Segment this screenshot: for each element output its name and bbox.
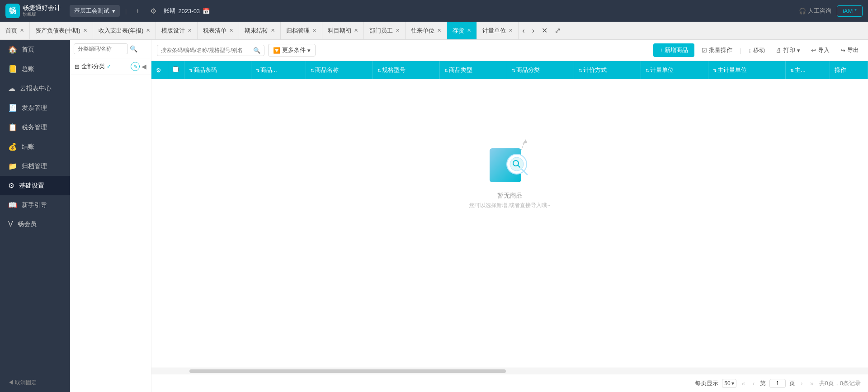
tab-unit[interactable]: 计量单位 ✕ bbox=[477, 22, 519, 40]
account-button[interactable]: iAM * bbox=[837, 5, 863, 17]
move-button[interactable]: ↕ 移动 bbox=[745, 44, 769, 56]
page-size-selector[interactable]: 50 ▾ bbox=[722, 379, 736, 388]
first-page-button[interactable]: « bbox=[740, 379, 747, 388]
import-button[interactable]: ↩ 导入 bbox=[807, 44, 833, 56]
export-button[interactable]: ↪ 导出 bbox=[837, 44, 863, 56]
search-icon[interactable]: 🔍 bbox=[253, 47, 260, 54]
tab-period-transfer[interactable]: 期末结转 ✕ bbox=[239, 22, 281, 40]
category-collapse-button[interactable]: ◀ bbox=[142, 63, 146, 70]
category-edit-button[interactable]: ✎ bbox=[131, 62, 140, 71]
close-tab-icon[interactable]: ✕ bbox=[467, 28, 471, 33]
sidebar-item-guide[interactable]: 📖 新手引导 bbox=[0, 195, 70, 215]
horizontal-scrollbar[interactable] bbox=[189, 369, 506, 373]
sidebar-item-tax[interactable]: 📋 税务管理 bbox=[0, 118, 70, 137]
all-category-label[interactable]: 全部分类 bbox=[81, 62, 105, 71]
tabs-next-btn[interactable]: › bbox=[528, 22, 538, 40]
close-tab-icon[interactable]: ✕ bbox=[312, 28, 316, 33]
th-col11[interactable]: ⇅主... bbox=[786, 61, 830, 79]
sidebar-label: 归档管理 bbox=[22, 162, 47, 170]
vip-icon: V bbox=[8, 220, 13, 228]
tab-label: 模版设计 bbox=[161, 27, 185, 35]
tabs-expand-btn[interactable]: ⤢ bbox=[551, 22, 564, 40]
tab-label: 往来单位 bbox=[411, 27, 434, 35]
close-tab-icon[interactable]: ✕ bbox=[271, 28, 275, 33]
th-type[interactable]: ⇅商品类型 bbox=[440, 61, 507, 79]
tab-income[interactable]: 收入支出表(年报) ✕ bbox=[93, 22, 156, 40]
close-tab-icon[interactable]: ✕ bbox=[83, 28, 87, 33]
sidebar-item-checkout[interactable]: 💰 结账 bbox=[0, 137, 70, 156]
filter-button[interactable]: 🔽 更多条件 ▾ bbox=[268, 44, 316, 57]
th-code[interactable]: ⇅商品... bbox=[251, 61, 306, 79]
th-spec[interactable]: ⇅规格型号 bbox=[373, 61, 440, 79]
next-page-button[interactable]: › bbox=[799, 379, 805, 388]
sidebar: 🏠 首页 📒 总账 ☁ 云报表中心 🧾 发票管理 📋 税务管理 💰 结账 📁 归… bbox=[0, 40, 70, 392]
tabs-bar: 首页 ✕ 资产负债表(中期) ✕ 收入支出表(年报) ✕ 模版设计 ✕ 税表清单… bbox=[0, 22, 868, 40]
empty-icon bbox=[483, 130, 537, 184]
dropdown-icon: ▾ bbox=[112, 8, 115, 14]
select-all-checkbox[interactable] bbox=[173, 66, 179, 72]
tab-label: 资产负债表(中期) bbox=[35, 27, 80, 35]
table-container: ⚙ ⇅商品条码 ⇅商品... ⇅商品名称 ⇅规格型号 ⇅商品类型 ⇅商品分类 ⇅… bbox=[151, 61, 868, 368]
th-main-unit[interactable]: ⇅主计量单位 bbox=[708, 61, 785, 79]
app-sub: 旗舰版 bbox=[23, 11, 61, 18]
th-barcode[interactable]: ⇅商品条码 bbox=[184, 61, 251, 79]
tabs-prev-btn[interactable]: ‹ bbox=[519, 22, 528, 40]
tab-archive[interactable]: 归档管理 ✕ bbox=[281, 22, 322, 40]
tab-template[interactable]: 模版设计 ✕ bbox=[156, 22, 198, 40]
sidebar-label: 总账 bbox=[22, 65, 34, 73]
tabs-close-all-btn[interactable]: ✕ bbox=[538, 22, 551, 40]
last-page-button[interactable]: » bbox=[808, 379, 816, 388]
th-settings[interactable]: ⚙ bbox=[151, 61, 168, 79]
tab-home[interactable]: 首页 ✕ bbox=[0, 22, 30, 40]
th-category[interactable]: ⇅商品分类 bbox=[507, 61, 574, 79]
page-number-input[interactable] bbox=[769, 379, 786, 388]
sidebar-item-basic-settings[interactable]: ⚙ 基础设置 bbox=[0, 176, 70, 195]
settings-icon[interactable]: ⚙ bbox=[148, 5, 158, 17]
tab-tax-list[interactable]: 税表清单 ✕ bbox=[198, 22, 239, 40]
calendar-icon[interactable]: 📅 bbox=[203, 8, 210, 14]
add-tab-icon[interactable]: ＋ bbox=[132, 5, 143, 18]
sidebar-item-ledger[interactable]: 📒 总账 bbox=[0, 59, 70, 79]
category-search-button[interactable]: 🔍 bbox=[130, 45, 137, 52]
tab-inventory[interactable]: 存货 ✕ bbox=[447, 22, 477, 40]
empty-state: 暂无商品 您可以选择新增,或者直接导入哦~ bbox=[151, 79, 868, 260]
close-tab-icon[interactable]: ✕ bbox=[437, 28, 441, 33]
product-search-input[interactable] bbox=[161, 47, 251, 53]
th-checkbox[interactable] bbox=[168, 61, 184, 79]
th-unit[interactable]: ⇅计量单位 bbox=[641, 61, 708, 79]
company-selector[interactable]: 基层工会测试 ▾ bbox=[70, 5, 120, 17]
close-tab-icon[interactable]: ✕ bbox=[354, 28, 358, 33]
sidebar-label: 结账 bbox=[22, 143, 34, 151]
batch-operation-button[interactable]: ☑ 批量操作 bbox=[698, 44, 736, 56]
add-product-button[interactable]: + 新增商品 bbox=[653, 43, 694, 57]
sidebar-item-home[interactable]: 🏠 首页 bbox=[0, 40, 70, 59]
tab-contacts[interactable]: 往来单位 ✕ bbox=[406, 22, 447, 40]
sidebar-item-cloud-report[interactable]: ☁ 云报表中心 bbox=[0, 79, 70, 98]
close-tab-icon[interactable]: ✕ bbox=[396, 28, 400, 33]
print-button[interactable]: 🖨 打印 ▾ bbox=[772, 44, 804, 56]
tab-department[interactable]: 部门员工 ✕ bbox=[364, 22, 406, 40]
sidebar-item-archive[interactable]: 📁 归档管理 bbox=[0, 156, 70, 176]
print-icon: 🖨 bbox=[776, 47, 782, 54]
tab-subject-init[interactable]: 科目期初 ✕ bbox=[322, 22, 364, 40]
page-size-dropdown-icon: ▾ bbox=[731, 380, 734, 387]
prev-page-button[interactable]: ‹ bbox=[750, 379, 756, 388]
close-tab-icon[interactable]: ✕ bbox=[146, 28, 150, 33]
th-actions: 操作 bbox=[830, 61, 868, 79]
right-panel: 🔍 🔽 更多条件 ▾ + 新增商品 ☑ 批量操作 | ↕ 移动 bbox=[151, 40, 868, 392]
close-tab-icon[interactable]: ✕ bbox=[509, 28, 513, 33]
import-icon: ↩ bbox=[811, 47, 816, 54]
sidebar-item-vip[interactable]: V 畅会员 bbox=[0, 215, 70, 234]
close-tab-icon[interactable]: ✕ bbox=[20, 28, 24, 33]
category-panel: 🔍 ⊞ 全部分类 ✓ ✎ ◀ bbox=[70, 40, 151, 392]
tab-balance-sheet[interactable]: 资产负债表(中期) ✕ bbox=[30, 22, 93, 40]
sidebar-item-invoice[interactable]: 🧾 发票管理 bbox=[0, 98, 70, 118]
tab-label: 期末结转 bbox=[245, 27, 268, 35]
close-tab-icon[interactable]: ✕ bbox=[229, 28, 233, 33]
th-pricing[interactable]: ⇅计价方式 bbox=[574, 61, 641, 79]
category-search-input[interactable] bbox=[74, 43, 128, 54]
close-tab-icon[interactable]: ✕ bbox=[188, 28, 192, 33]
th-name[interactable]: ⇅商品名称 bbox=[306, 61, 373, 79]
customer-service-btn[interactable]: 🎧 人工咨询 bbox=[799, 7, 831, 15]
sidebar-unpin-btn[interactable]: ◀ 取消固定 bbox=[0, 373, 70, 392]
